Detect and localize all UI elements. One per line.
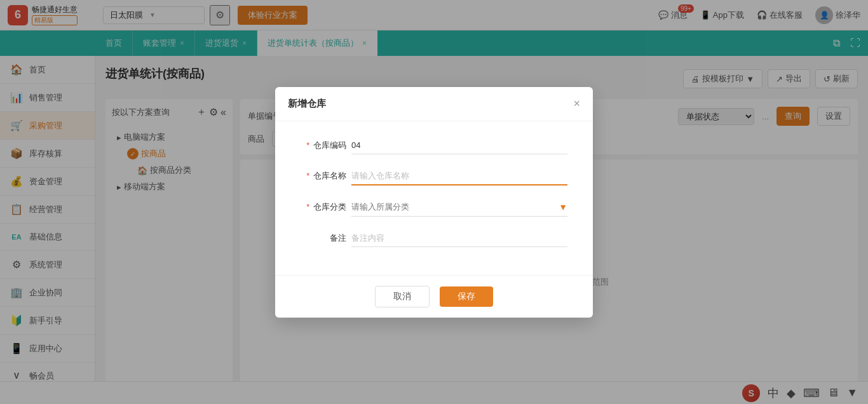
category-dropdown-icon: ▼ bbox=[559, 202, 567, 212]
modal-body: * 仓库编码 * 仓库名称 * 仓库分类 bbox=[275, 121, 593, 275]
code-label: * 仓库编码 bbox=[301, 140, 351, 151]
name-label: * 仓库名称 bbox=[301, 170, 351, 182]
modal-title: 新增仓库 bbox=[288, 98, 326, 110]
note-label: 备注 bbox=[301, 232, 351, 244]
modal-overlay: 新增仓库 × * 仓库编码 * 仓库名称 bbox=[0, 0, 868, 404]
cancel-button[interactable]: 取消 bbox=[375, 286, 430, 307]
category-label: * 仓库分类 bbox=[301, 201, 351, 213]
save-button[interactable]: 保存 bbox=[440, 286, 493, 307]
code-input[interactable] bbox=[351, 137, 567, 154]
form-item-code: * 仓库编码 bbox=[301, 137, 567, 154]
modal-footer: 取消 保存 bbox=[275, 275, 593, 318]
form-item-note: 备注 bbox=[301, 229, 567, 247]
note-input[interactable] bbox=[351, 229, 567, 247]
modal-header: 新增仓库 × bbox=[275, 87, 593, 121]
category-input[interactable] bbox=[351, 202, 559, 212]
name-input[interactable] bbox=[351, 167, 567, 185]
form-item-name: * 仓库名称 bbox=[301, 167, 567, 185]
code-required-star: * bbox=[306, 140, 309, 150]
category-required-star: * bbox=[306, 202, 309, 212]
form-item-category: * 仓库分类 ▼ bbox=[301, 198, 567, 217]
add-warehouse-modal: 新增仓库 × * 仓库编码 * 仓库名称 bbox=[275, 87, 593, 318]
category-select-wrapper[interactable]: ▼ bbox=[351, 198, 567, 217]
modal-close-button[interactable]: × bbox=[573, 97, 580, 111]
name-required-star: * bbox=[306, 171, 309, 180]
